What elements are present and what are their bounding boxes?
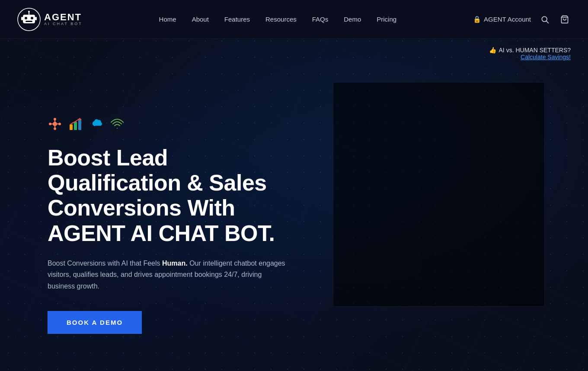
- logo-agent: AGENT: [44, 13, 83, 22]
- promo-text: AI vs. HUMAN SETTERS?: [499, 47, 571, 54]
- book-demo-button[interactable]: BOOK A DEMO: [48, 311, 142, 334]
- svg-point-15: [49, 123, 51, 125]
- svg-rect-23: [78, 119, 81, 130]
- nav-item-pricing[interactable]: Pricing: [377, 16, 396, 23]
- navbar: AGENT AI CHAT BOT Home About Features Re…: [0, 0, 588, 39]
- hero-title: Boost Lead Qualification & Sales Convers…: [48, 145, 307, 246]
- nav-item-demo[interactable]: Demo: [344, 16, 361, 23]
- hero-video-panel: [333, 82, 545, 307]
- svg-rect-22: [74, 122, 77, 130]
- promo-link[interactable]: Calculate Savings!: [489, 54, 571, 60]
- search-button[interactable]: [539, 13, 551, 25]
- svg-point-2: [25, 17, 27, 19]
- svg-point-6: [28, 11, 30, 13]
- nav-item-home[interactable]: Home: [159, 16, 176, 23]
- hero-desc-prefix: Boost Conversions with AI that Feels: [48, 260, 162, 267]
- svg-point-3: [31, 17, 33, 19]
- nav-links: Home About Features Resources FAQs Demo …: [159, 16, 397, 23]
- svg-rect-21: [70, 124, 73, 130]
- hero-left: Boost Lead Qualification & Sales Convers…: [48, 91, 307, 334]
- promo-icon: 👍: [489, 47, 496, 54]
- account-link[interactable]: 🔒 AGENT Account: [473, 16, 531, 23]
- svg-rect-4: [26, 21, 32, 22]
- signal-icon: [110, 117, 125, 131]
- svg-line-10: [546, 21, 549, 23]
- hero-desc-bold: Human.: [162, 260, 188, 267]
- svg-point-14: [54, 127, 56, 130]
- chartup-icon: [68, 117, 83, 131]
- promo-top: 👍 AI vs. HUMAN SETTERS?: [489, 47, 571, 54]
- cart-icon: [560, 15, 569, 24]
- nav-item-about[interactable]: About: [192, 16, 209, 23]
- nav-right: 🔒 AGENT Account: [473, 13, 571, 25]
- nav-item-faqs[interactable]: FAQs: [312, 16, 329, 23]
- cart-button[interactable]: [559, 13, 571, 25]
- logo-sub: AI CHAT BOT: [44, 22, 83, 26]
- svg-rect-7: [21, 17, 23, 20]
- svg-point-16: [58, 123, 61, 125]
- logo-text: AGENT AI CHAT BOT: [44, 13, 83, 26]
- logo-link[interactable]: AGENT AI CHAT BOT: [17, 8, 83, 31]
- logo-icon: [17, 8, 41, 31]
- svg-point-13: [54, 118, 56, 120]
- hubspot-icon: [48, 117, 62, 131]
- svg-rect-8: [35, 17, 37, 20]
- svg-point-12: [53, 122, 57, 126]
- nav-item-features[interactable]: Features: [224, 16, 250, 23]
- nav-item-resources[interactable]: Resources: [265, 16, 297, 23]
- salesforce-icon: [89, 117, 104, 131]
- integration-icons: [48, 117, 307, 131]
- promo-banner: 👍 AI vs. HUMAN SETTERS? Calculate Saving…: [489, 47, 571, 60]
- hero-section: Boost Lead Qualification & Sales Convers…: [0, 39, 588, 371]
- hero-description: Boost Conversions with AI that Feels Hum…: [48, 258, 290, 292]
- lock-icon: 🔒: [473, 16, 481, 23]
- search-icon: [540, 15, 549, 24]
- account-label: AGENT Account: [484, 16, 531, 23]
